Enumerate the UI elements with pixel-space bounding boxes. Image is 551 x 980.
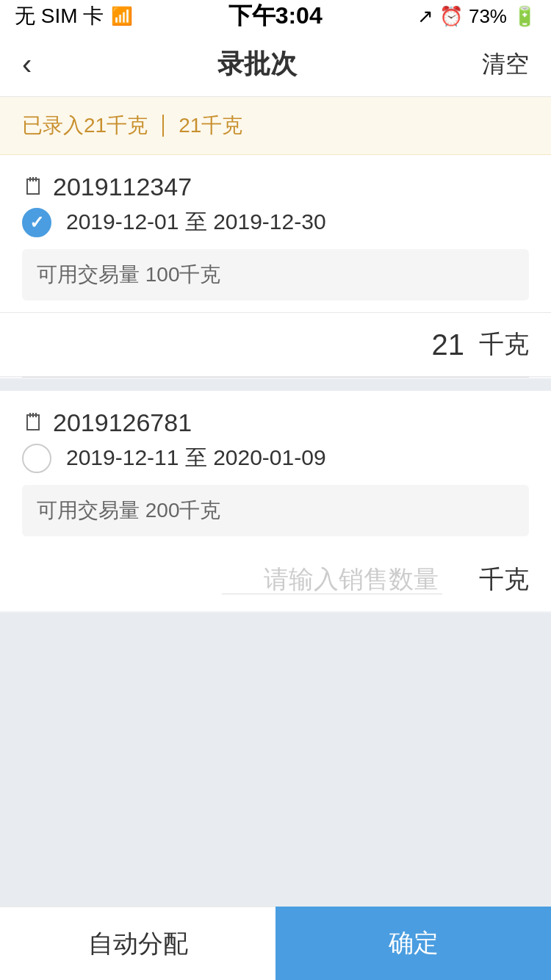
radio-1[interactable] bbox=[22, 208, 51, 237]
quantity-row-1: 21 千克 bbox=[0, 312, 551, 377]
battery-label: 73% bbox=[469, 5, 507, 28]
status-right: ↗ ⏰ 73% 🔋 bbox=[417, 5, 536, 28]
batch-id-1: 2019112347 bbox=[53, 173, 192, 201]
divider-1 bbox=[22, 377, 529, 378]
batch-header-1: 🗒 2019112347 bbox=[0, 155, 551, 207]
batch-date-row-1[interactable]: 2019-12-01 至 2019-12-30 bbox=[0, 207, 551, 237]
location-icon: ↗ bbox=[417, 5, 433, 28]
status-bar: 无 SIM 卡 📶 下午3:04 ↗ ⏰ 73% 🔋 bbox=[0, 0, 551, 32]
auto-distribute-button[interactable]: 自动分配 bbox=[0, 907, 276, 980]
confirm-button[interactable]: 确定 bbox=[276, 907, 551, 980]
summary-divider bbox=[162, 115, 164, 137]
summary-label: 已录入21千克 bbox=[22, 112, 148, 140]
bottom-area bbox=[0, 613, 551, 907]
radio-2[interactable] bbox=[22, 444, 51, 473]
batch-date-1: 2019-12-01 至 2019-12-30 bbox=[66, 207, 326, 237]
battery-icon: 🔋 bbox=[513, 5, 536, 28]
batch-avail-2: 可用交易量 200千克 bbox=[22, 485, 529, 536]
batch-id-2: 2019126781 bbox=[53, 408, 192, 437]
bottom-buttons: 自动分配 确定 bbox=[0, 907, 551, 980]
sim-label: 无 SIM 卡 bbox=[15, 2, 104, 30]
status-time: 下午3:04 bbox=[228, 0, 323, 32]
status-left: 无 SIM 卡 📶 bbox=[15, 2, 133, 30]
batch-item-2: 🗒 2019126781 2019-12-11 至 2020-01-09 可用交… bbox=[0, 391, 551, 611]
batch-date-2: 2019-12-11 至 2020-01-09 bbox=[66, 443, 326, 473]
batch-icon-2: 🗒 bbox=[22, 409, 46, 436]
wifi-icon: 📶 bbox=[111, 6, 133, 26]
batch-date-row-2[interactable]: 2019-12-11 至 2020-01-09 bbox=[0, 443, 551, 473]
alarm-icon: ⏰ bbox=[439, 5, 463, 28]
quantity-input-2[interactable] bbox=[229, 565, 450, 594]
quantity-unit-2: 千克 bbox=[479, 563, 529, 597]
qty-underline-2 bbox=[222, 594, 442, 594]
nav-bar: ‹ 录批次 清空 bbox=[0, 32, 551, 97]
quantity-input-row-2: 千克 bbox=[0, 548, 551, 611]
summary-amount: 21千克 bbox=[179, 112, 242, 140]
item-separator bbox=[0, 379, 551, 391]
summary-banner: 已录入21千克 21千克 bbox=[0, 97, 551, 155]
batch-header-2: 🗒 2019126781 bbox=[0, 391, 551, 443]
quantity-unit-1: 千克 bbox=[479, 328, 529, 361]
page-title: 录批次 bbox=[217, 46, 297, 82]
clear-button[interactable]: 清空 bbox=[482, 48, 529, 81]
batch-icon-1: 🗒 bbox=[22, 173, 46, 201]
batch-avail-1: 可用交易量 100千克 bbox=[22, 249, 529, 300]
quantity-value-1: 21 bbox=[432, 328, 465, 361]
back-button[interactable]: ‹ bbox=[22, 48, 32, 81]
batch-item-1: 🗒 2019112347 2019-12-01 至 2019-12-30 可用交… bbox=[0, 155, 551, 378]
